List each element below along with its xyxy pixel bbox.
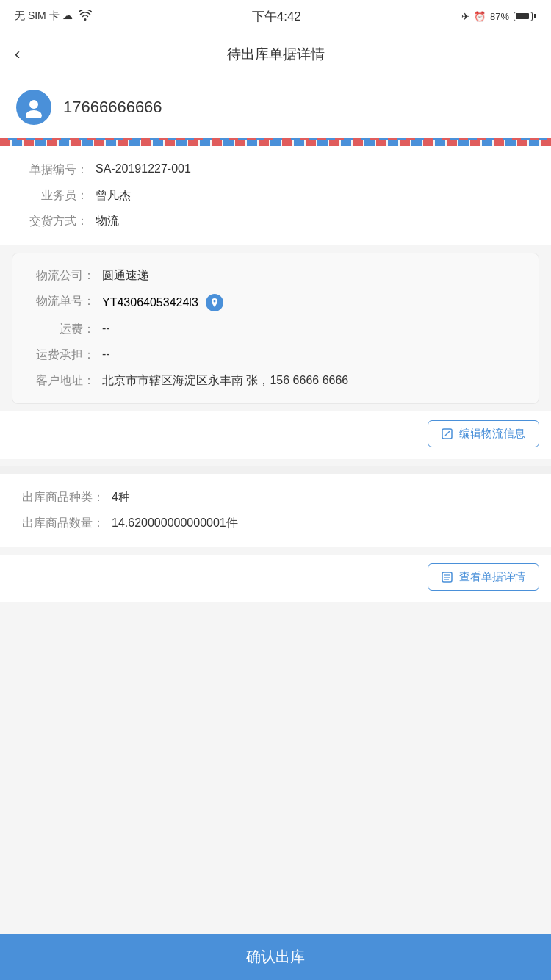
sales-person-row: 业务员： 曾凡杰: [22, 188, 529, 203]
delivery-method-label: 交货方式：: [22, 214, 88, 229]
svg-point-0: [29, 100, 38, 109]
status-left: 无 SIM 卡 ☁: [15, 10, 92, 23]
delivery-method-value: 物流: [96, 214, 529, 229]
edit-icon: [442, 428, 453, 440]
freight-row: 运费： --: [29, 322, 522, 337]
quantity-value: 14.620000000000001件: [112, 516, 238, 531]
edit-logistics-label: 编辑物流信息: [459, 427, 525, 441]
freight-value: --: [102, 322, 522, 335]
avatar: [16, 90, 51, 125]
freight-bear-row: 运费承担： --: [29, 347, 522, 363]
view-details-label: 查看单据详情: [459, 570, 525, 584]
sim-status: 无 SIM 卡 ☁: [15, 10, 73, 23]
edit-btn-container: 编辑物流信息: [0, 411, 551, 459]
logistics-company-label: 物流公司：: [29, 268, 95, 284]
document-number-label: 单据编号：: [22, 162, 88, 178]
logistics-card: 物流公司： 圆通速递 物流单号： YT43064053424l3 运费： -- …: [12, 253, 539, 404]
types-row: 出库商品种类： 4种: [22, 490, 529, 505]
status-bar: 无 SIM 卡 ☁ 下午4:42 ✈ ⏰ 87%: [0, 0, 551, 32]
status-time: 下午4:42: [252, 8, 301, 25]
types-label: 出库商品种类：: [22, 490, 104, 505]
back-button[interactable]: ‹: [15, 45, 20, 64]
stats-section: 出库商品种类： 4种 出库商品数量： 14.620000000000001件: [0, 474, 551, 547]
document-number-value: SA-20191227-001: [96, 162, 529, 176]
document-number-row: 单据编号： SA-20191227-001: [22, 162, 529, 178]
edit-logistics-button[interactable]: 编辑物流信息: [428, 420, 539, 447]
logistics-company-row: 物流公司： 圆通速递: [29, 268, 522, 284]
confirm-outbound-button[interactable]: 确认出库: [0, 947, 551, 967]
battery-icon: [514, 12, 536, 21]
quantity-row: 出库商品数量： 14.620000000000001件: [22, 516, 529, 531]
customer-header: 17666666666: [0, 76, 551, 140]
freight-bear-value: --: [102, 347, 522, 361]
delivery-method-row: 交货方式： 物流: [22, 214, 529, 229]
basic-info-section: 单据编号： SA-20191227-001 业务员： 曾凡杰 交货方式： 物流: [0, 146, 551, 245]
battery-percentage: 87%: [490, 11, 509, 22]
nav-bar: ‹ 待出库单据详情: [0, 32, 551, 76]
tracking-number-value: YT43064053424l3: [102, 296, 198, 309]
confirm-btn-container: 确认出库: [0, 934, 551, 980]
location-status-icon: ✈: [461, 11, 469, 22]
tracking-label: 物流单号：: [29, 294, 95, 309]
status-right: ✈ ⏰ 87%: [461, 11, 536, 22]
section-separator: [0, 466, 551, 474]
sales-person-value: 曾凡杰: [96, 188, 529, 203]
wifi-icon: [79, 10, 92, 23]
types-value: 4种: [112, 490, 130, 505]
alarm-icon: ⏰: [474, 11, 486, 22]
quantity-label: 出库商品数量：: [22, 516, 104, 531]
freight-bear-label: 运费承担：: [29, 347, 95, 363]
svg-point-1: [26, 110, 42, 118]
svg-point-2: [213, 300, 215, 303]
address-row: 客户地址： 北京市市辖区海淀区永丰南 张，156 6666 6666: [29, 373, 522, 389]
address-label: 客户地址：: [29, 373, 95, 389]
list-icon: [442, 572, 453, 583]
freight-label: 运费：: [29, 322, 95, 337]
view-details-button[interactable]: 查看单据详情: [428, 563, 539, 591]
tracking-number-row: 物流单号： YT43064053424l3: [29, 294, 522, 311]
page-title: 待出库单据详情: [227, 45, 325, 64]
customer-phone: 17666666666: [63, 98, 162, 117]
logistics-company-value: 圆通速递: [102, 268, 522, 284]
tracking-value-container: YT43064053424l3: [102, 294, 522, 311]
tracking-location-icon[interactable]: [206, 294, 223, 311]
page-spacer: [0, 610, 551, 713]
sales-person-label: 业务员：: [22, 188, 88, 203]
dashed-separator: [0, 140, 551, 146]
view-btn-container: 查看单据详情: [0, 555, 551, 602]
address-value: 北京市市辖区海淀区永丰南 张，156 6666 6666: [102, 373, 522, 389]
